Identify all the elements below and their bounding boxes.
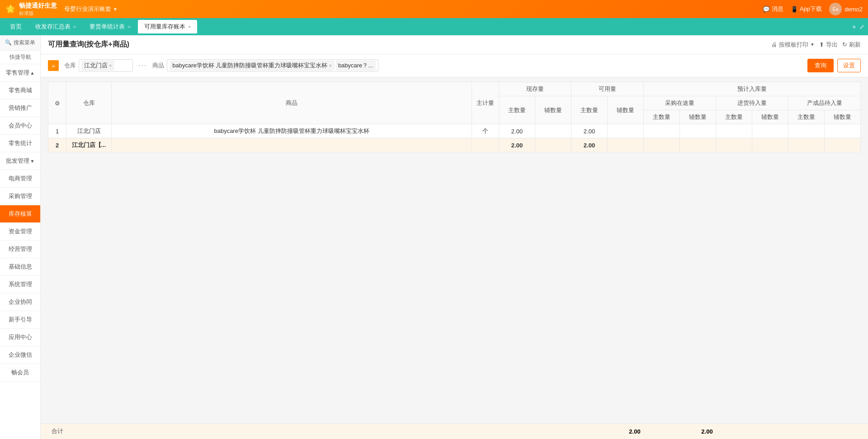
sidebar-item-finance[interactable]: 资金管理 — [0, 223, 40, 241]
tab-available-stock-label: 可用量库存账本 — [144, 23, 185, 31]
row1-production-aux — [825, 124, 861, 138]
message-btn[interactable]: 💬 消息 — [763, 5, 783, 13]
nav-tabs: 首页 收发存汇总表 × 要货单统计表 × 可用量库存账本 × × ⤢ — [0, 18, 868, 35]
tab-receive-summary-label: 收发存汇总表 — [35, 23, 71, 31]
expand-icon: » — [52, 62, 55, 69]
export-btn[interactable]: ⬆ 导出 — [819, 41, 838, 49]
sidebar-item-member[interactable]: 畅会员 — [0, 364, 40, 382]
th-production-main: 主数量 — [788, 110, 825, 124]
maximize-icon[interactable]: ⤢ — [859, 24, 864, 30]
row2-incoming-main — [716, 138, 752, 152]
settings-button[interactable]: 设置 — [837, 59, 861, 72]
sidebar-item-marketing-label: 营销推广 — [9, 104, 32, 111]
sidebar-item-batch-mgmt[interactable]: 批发管理 ▼ — [0, 152, 40, 170]
row1-stock-aux — [535, 124, 571, 138]
th-purchase-main: 主数量 — [644, 110, 680, 124]
sidebar-item-system[interactable]: 系统管理 — [0, 276, 40, 293]
sidebar-item-retail-mall-label: 零售商城 — [9, 87, 32, 94]
expand-filter-btn[interactable]: » — [48, 60, 59, 71]
tab-available-stock[interactable]: 可用量库存账本 × — [138, 20, 197, 33]
row1-incoming-aux — [752, 124, 788, 138]
content-area: 可用量查询(按仓库+商品) 🖨 按模板打印 ▼ ⬆ 导出 ↻ 刷新 — [41, 35, 868, 439]
warehouse-filter-input[interactable]: 江北门店 × — [79, 59, 133, 72]
avatar-initials: Ea — [833, 6, 839, 12]
sidebar-item-purchase[interactable]: 采购管理 — [0, 188, 40, 205]
tab-order-stats-label: 要货单统计表 — [90, 23, 125, 31]
app-download-btn[interactable]: 📱 App下载 — [791, 5, 822, 13]
sidebar-item-ecommerce-label: 电商管理 — [9, 175, 32, 182]
page-title: 可用量查询(按仓库+商品) — [48, 40, 129, 49]
tab-order-stats-close[interactable]: × — [127, 24, 130, 29]
th-purchase-aux: 辅数量 — [680, 110, 716, 124]
sidebar-item-retail-mgmt[interactable]: 零售管理 ▲ — [0, 64, 40, 82]
refresh-icon: ↻ — [842, 41, 847, 48]
header-actions: 🖨 按模板打印 ▼ ⬆ 导出 ↻ 刷新 — [771, 41, 861, 49]
sidebar-item-enterprise-wechat[interactable]: 企业微信 — [0, 346, 40, 364]
close-window-icon[interactable]: × — [852, 24, 856, 30]
sidebar-item-operations[interactable]: 经营管理 — [0, 241, 40, 258]
sidebar-item-member-center-label: 会员中心 — [9, 122, 32, 129]
row1-available-aux — [608, 124, 644, 138]
sidebar-item-new-guide[interactable]: 新手引导 — [0, 311, 40, 329]
refresh-label: 刷新 — [849, 41, 861, 49]
sidebar-item-member-center[interactable]: 会员中心 — [0, 117, 40, 135]
footer-stock-main: 2.00 — [617, 428, 653, 435]
warehouse-tag-label: 江北门店 — [84, 61, 108, 70]
industry-label: 母婴行业演示账套 — [64, 5, 111, 13]
th-gear[interactable]: ⚙ — [48, 82, 66, 124]
sidebar-item-system-label: 系统管理 — [9, 281, 32, 288]
row2-purchase-aux — [680, 138, 716, 152]
avatar: Ea — [829, 3, 842, 15]
sidebar-item-inventory[interactable]: 库存核算 — [0, 205, 40, 223]
product-filter-input[interactable]: babycare学饮杯 儿童防摔防撞吸管杯重力球吸嘴杯宝宝水杯 × babyca… — [167, 59, 378, 72]
sidebar-item-basic-info[interactable]: 基础信息 — [0, 258, 40, 276]
table-footer: 合计 2.00 2.00 — [41, 423, 868, 439]
filter-area: » 仓库 江北门店 × ··· 商品 babycare学饮杯 儿童防摔防撞吸管杯… — [41, 54, 868, 77]
filter-action-buttons: 查询 设置 — [807, 59, 861, 72]
query-button[interactable]: 查询 — [807, 59, 834, 72]
product-tag-2-label: babycare？... — [338, 61, 373, 70]
tab-available-stock-close[interactable]: × — [188, 24, 191, 29]
row1-purchase-aux — [680, 124, 716, 138]
sidebar-item-enterprise-collab[interactable]: 企业协同 — [0, 293, 40, 311]
row1-available-main: 2.00 — [571, 124, 608, 138]
sidebar-section: 零售管理 ▲ 零售商城 营销推广 会员中心 零售统计 批发管理 ▼ 电商管理 — [0, 64, 40, 382]
row1-incoming-main — [716, 124, 752, 138]
sidebar-item-app-center[interactable]: 应用中心 — [0, 329, 40, 346]
sidebar-search[interactable]: 🔍 搜索菜单 — [0, 35, 40, 51]
sidebar-item-app-center-label: 应用中心 — [9, 334, 32, 340]
th-stock-main: 主数量 — [499, 96, 535, 124]
product-tag-1-close[interactable]: × — [329, 63, 331, 68]
sidebar-quick-nav[interactable]: 快捷导航 — [0, 51, 40, 64]
sidebar-item-retail-stats[interactable]: 零售统计 — [0, 135, 40, 152]
warehouse-tag-close[interactable]: × — [109, 63, 112, 68]
product-label: 商品 — [152, 61, 164, 70]
row2-no: 2 — [48, 138, 66, 152]
row1-no: 1 — [48, 124, 66, 138]
tab-home-label: 首页 — [10, 23, 22, 31]
th-production-aux: 辅数量 — [825, 110, 861, 124]
tab-receive-summary[interactable]: 收发存汇总表 × — [29, 20, 82, 33]
tab-receive-summary-close[interactable]: × — [73, 24, 76, 29]
tab-order-stats[interactable]: 要货单统计表 × — [83, 20, 137, 33]
batch-expand-icon: ▼ — [30, 159, 35, 164]
sidebar-item-operations-label: 经营管理 — [9, 245, 32, 252]
data-table: ⚙ 仓库 商品 主计量 现存量 — [48, 82, 861, 152]
top-bar: 🌟 畅捷通好生意 标准版 母婴行业演示账套 ▼ 💬 消息 📱 App下载 Ea … — [0, 0, 868, 18]
sidebar-item-marketing[interactable]: 营销推广 — [0, 99, 40, 117]
user-avatar-wrapper[interactable]: Ea demo2 — [829, 3, 863, 15]
refresh-btn[interactable]: ↻ 刷新 — [842, 41, 861, 49]
warehouse-ellipsis[interactable]: ··· — [138, 61, 147, 70]
window-controls: × ⤢ — [852, 24, 864, 30]
th-planned-inbound: 预计入库量 — [644, 82, 861, 96]
warehouse-filter: 仓库 江北门店 × — [64, 59, 133, 72]
template-print-btn[interactable]: 🖨 按模板打印 ▼ — [771, 41, 815, 49]
search-menu-label[interactable]: 🔍 搜索菜单 — [4, 39, 37, 47]
industry-selector-wrapper[interactable]: 母婴行业演示账套 ▼ — [64, 5, 118, 13]
tab-home[interactable]: 首页 — [4, 20, 28, 33]
row1-production-main — [788, 124, 825, 138]
row2-purchase-main — [644, 138, 680, 152]
sidebar-item-ecommerce[interactable]: 电商管理 — [0, 170, 40, 188]
sidebar-item-retail-mall[interactable]: 零售商城 — [0, 82, 40, 99]
sidebar-item-inventory-label: 库存核算 — [9, 210, 32, 217]
